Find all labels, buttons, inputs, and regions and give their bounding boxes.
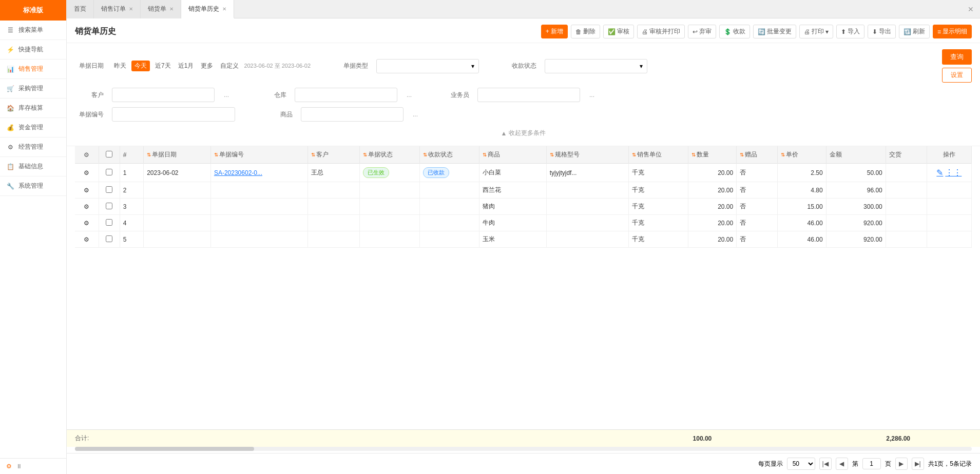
settings-icon[interactable]: ⚙ xyxy=(6,463,12,470)
tab-sales-history-close[interactable]: ✕ xyxy=(222,6,226,12)
staff-input[interactable] xyxy=(477,88,580,102)
export-button[interactable]: ⬇ 导出 xyxy=(868,25,896,38)
row-check[interactable] xyxy=(99,231,120,248)
discard-icon: ↩ xyxy=(693,28,698,35)
show-detail-button[interactable]: ≡ 显示明细 xyxy=(933,25,972,38)
goods-input[interactable] xyxy=(301,107,403,122)
sales-mgmt-icon: 📊 xyxy=(6,65,14,73)
audit-button[interactable]: ✅ 审核 xyxy=(603,25,634,38)
sidebar-item-search-menu[interactable]: ☰ 搜索菜单 xyxy=(0,21,66,40)
col-doc-no[interactable]: ⇅单据编号 xyxy=(210,146,308,164)
refresh-button[interactable]: 🔃 刷新 xyxy=(899,25,930,38)
warehouse-more-icon[interactable]: ... xyxy=(407,91,412,98)
sidebar-item-finance-mgmt[interactable]: 💰 资金管理 xyxy=(0,118,66,137)
date-shortcut-1month[interactable]: 近1月 xyxy=(176,61,196,71)
doc-type-select[interactable]: ▾ xyxy=(376,59,479,73)
total-info: 共1页，5条记录 xyxy=(928,460,972,468)
table-row: ⚙ 4 牛肉 千克 20.00 否 46.00 920.00 xyxy=(75,215,972,231)
date-shortcut-custom[interactable]: 自定义 xyxy=(218,61,241,71)
row-gear[interactable]: ⚙ xyxy=(75,164,99,182)
quick-nav-icon: ⚡ xyxy=(6,46,14,54)
customer-input[interactable] xyxy=(112,88,215,102)
row-num: 1 xyxy=(120,164,143,182)
first-page-button[interactable]: |◀ xyxy=(819,458,832,470)
table-scrollbar[interactable] xyxy=(75,447,972,451)
select-all-checkbox[interactable] xyxy=(106,151,112,157)
query-button[interactable]: 查询 xyxy=(942,49,972,65)
audit-print-button[interactable]: 🖨 审核并打印 xyxy=(637,25,685,38)
date-shortcut-7days[interactable]: 近7天 xyxy=(153,61,173,71)
row-gear[interactable]: ⚙ xyxy=(75,231,99,248)
date-shortcut-more[interactable]: 更多 xyxy=(199,61,215,71)
customer-more-icon[interactable]: ... xyxy=(224,91,229,98)
sidebar-item-label: 搜索菜单 xyxy=(18,26,43,34)
sidebar-item-sales-mgmt[interactable]: 📊 销售管理 xyxy=(0,60,66,79)
page-size-select[interactable]: 50 100 200 xyxy=(787,458,815,470)
batch-change-button[interactable]: 🔄 批量变更 xyxy=(753,25,796,38)
tab-sales-order-close[interactable]: ✕ xyxy=(129,6,133,12)
scrollbar-thumb[interactable] xyxy=(75,447,254,451)
row-date xyxy=(144,199,211,215)
col-gift[interactable]: ⇅赠品 xyxy=(737,146,778,164)
new-button[interactable]: + 新增 xyxy=(541,25,568,38)
tab-sales-goods[interactable]: 销货单 ✕ xyxy=(141,0,181,18)
goods-more-icon[interactable]: ... xyxy=(413,111,418,118)
col-qty[interactable]: ⇅数量 xyxy=(688,146,736,164)
col-price[interactable]: ⇅单价 xyxy=(778,146,826,164)
tab-bar-close-all[interactable]: ✕ xyxy=(962,5,980,13)
tab-sales-history[interactable]: 销货单历史 ✕ xyxy=(181,0,234,18)
sidebar-item-quick-nav[interactable]: ⚡ 快捷导航 xyxy=(0,40,66,60)
tab-home[interactable]: 首页 xyxy=(67,0,94,18)
payment-status-select[interactable]: ▾ xyxy=(545,59,647,73)
page-number-input[interactable] xyxy=(862,458,881,469)
sidebar-item-label: 基础信息 xyxy=(18,162,43,171)
delete-button[interactable]: 🗑 删除 xyxy=(571,25,600,38)
more-button[interactable]: ⋮⋮ xyxy=(945,168,962,177)
row-gear[interactable]: ⚙ xyxy=(75,199,99,215)
edit-button[interactable]: ✎ xyxy=(936,168,943,177)
row-check[interactable] xyxy=(99,164,120,182)
staff-more-icon[interactable]: ... xyxy=(589,91,594,98)
row-gift: 否 xyxy=(737,215,778,231)
purchase-mgmt-icon: 🛒 xyxy=(6,85,14,93)
col-spec[interactable]: ⇅规格型号 xyxy=(546,146,628,164)
row-qty: 20.00 xyxy=(688,164,736,182)
row-gear[interactable]: ⚙ xyxy=(75,215,99,231)
date-shortcut-yesterday[interactable]: 昨天 xyxy=(112,61,128,71)
last-page-button[interactable]: ▶| xyxy=(912,458,924,470)
col-customer[interactable]: ⇅客户 xyxy=(308,146,360,164)
sidebar-item-stock-calc[interactable]: 🏠 库存核算 xyxy=(0,98,66,118)
table-body: ⚙ 1 2023-06-02 SA-20230602-0... 王总 已生效 已… xyxy=(75,164,972,248)
col-goods[interactable]: ⇅商品 xyxy=(479,146,546,164)
row-num: 3 xyxy=(120,199,143,215)
tab-sales-goods-close[interactable]: ✕ xyxy=(169,6,174,12)
row-check[interactable] xyxy=(99,215,120,231)
pause-icon[interactable]: ⏸ xyxy=(16,463,22,470)
warehouse-input[interactable] xyxy=(295,88,397,102)
col-doc-status[interactable]: ⇅单据状态 xyxy=(360,146,419,164)
date-shortcut-today[interactable]: 今天 xyxy=(131,61,150,71)
import-button[interactable]: ⬆ 导入 xyxy=(836,25,864,38)
row-check[interactable] xyxy=(99,182,120,199)
col-date[interactable]: ⇅单据日期 xyxy=(144,146,211,164)
set-button[interactable]: 设置 xyxy=(942,68,972,83)
collapse-button[interactable]: ▲ 收起更多条件 xyxy=(501,129,546,137)
sidebar-item-sys-mgmt[interactable]: 🔧 系统管理 xyxy=(0,176,66,196)
prev-page-button[interactable]: ◀ xyxy=(836,458,848,470)
row-qty: 20.00 xyxy=(688,199,736,215)
col-unit[interactable]: ⇅销售单位 xyxy=(628,146,688,164)
sidebar-item-ops-mgmt[interactable]: ⚙ 经营管理 xyxy=(0,137,66,157)
doc-no-input[interactable] xyxy=(112,107,235,122)
collect-button[interactable]: 💲 收款 xyxy=(719,25,750,38)
sidebar-item-purchase-mgmt[interactable]: 🛒 采购管理 xyxy=(0,79,66,98)
warehouse-label: 仓库 xyxy=(258,91,286,100)
print-button[interactable]: 🖨 打印 ▾ xyxy=(799,25,833,38)
row-gear[interactable]: ⚙ xyxy=(75,182,99,199)
sidebar-item-basic-info[interactable]: 📋 基础信息 xyxy=(0,157,66,176)
refresh-icon: 🔃 xyxy=(904,28,911,35)
col-pay-status[interactable]: ⇅收款状态 xyxy=(419,146,479,164)
row-check[interactable] xyxy=(99,199,120,215)
next-page-button[interactable]: ▶ xyxy=(895,458,908,470)
discard-button[interactable]: ↩ 弃审 xyxy=(688,25,716,38)
tab-sales-order[interactable]: 销售订单 ✕ xyxy=(94,0,141,18)
